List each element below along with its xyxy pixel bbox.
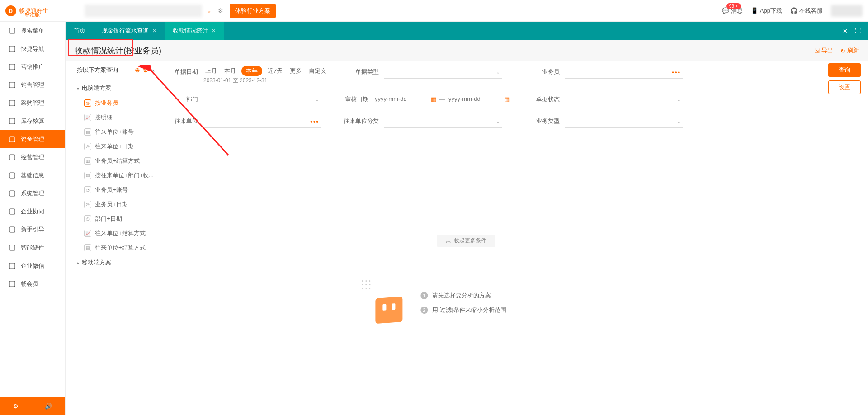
sidebar-item-4[interactable]: 采购管理 [0,94,65,112]
tab-0[interactable]: 首页 [66,22,94,40]
date-opt-5[interactable]: 自定义 [307,66,328,76]
refresh-label: 刷新 [847,47,859,55]
tree-item-8[interactable]: ◷部门+日期 [71,212,160,226]
search-button[interactable]: 查询 [828,63,861,77]
app-download-link[interactable]: 📱 App下载 [751,7,782,15]
vertical-separator [160,61,160,247]
sidebar-item-12[interactable]: 智能硬件 [0,239,65,257]
sidebar-item-3[interactable]: 销售管理 [0,76,65,94]
audit-date-to[interactable] [448,94,502,104]
audit-date-from[interactable] [374,94,428,104]
settings-scheme-icon[interactable]: ⚙ [143,66,149,74]
tree-item-5[interactable]: ▤按往来单位+部门+收... [71,168,160,183]
close-icon[interactable]: ✕ [152,28,156,34]
user-avatar-blurred[interactable] [831,5,863,17]
sidebar-item-0[interactable]: 搜索菜单 [0,22,65,40]
sidebar-label: 新手引导 [21,226,44,234]
tree-item-0[interactable]: ◷按业务员 [71,96,160,110]
add-scheme-icon[interactable]: ⊕ [135,66,140,74]
gear-icon[interactable]: ⚙ [218,7,223,14]
date-opt-4[interactable]: 更多 [288,66,303,76]
svg-rect-3 [9,82,15,88]
sidebar-item-2[interactable]: 营销推广 [0,58,65,76]
tree-item-3[interactable]: ◷往来单位+日期 [71,139,160,154]
tab-1[interactable]: 现金银行流水查询✕ [94,22,165,40]
sidebar-label: 智能硬件 [21,244,44,252]
dept-select[interactable]: ⌄ [203,94,321,106]
collapse-bar: ︽ 收起更多条件 [71,234,861,247]
tree-item-4[interactable]: ▥业务员+结算方式 [71,154,160,168]
home-icon [8,45,16,53]
sidebar-item-5[interactable]: 库存核算 [0,112,65,130]
collapse-panel-icon[interactable]: « [151,67,155,74]
chevron-down-icon: ⌄ [496,69,500,75]
sidebar-label: 畅会员 [21,280,38,288]
ellipsis-icon[interactable]: ••• [310,118,319,125]
sidebar-item-8[interactable]: 基础信息 [0,166,65,184]
collapse-conditions-button[interactable]: ︽ 收起更多条件 [437,235,495,247]
svg-rect-14 [9,281,15,287]
sidebar-item-9[interactable]: 系统管理 [0,184,65,203]
tree-item-1[interactable]: 📈按明细 [71,110,160,125]
sidebar-item-1[interactable]: 快捷导航 [0,40,65,58]
tab-2[interactable]: 收款情况统计✕ [165,22,224,40]
tab-label: 首页 [74,27,85,35]
calendar-icon[interactable]: ▦ [505,96,510,103]
experience-button[interactable]: 体验行业方案 [230,4,276,18]
salesman-select[interactable]: ••• [565,66,683,79]
sys-icon [8,189,16,198]
tree-item-label: 按业务员 [95,99,118,107]
date-opt-1[interactable]: 本月 [222,66,238,76]
sound-icon[interactable]: 🔊 [45,403,52,410]
partner-cat-select[interactable]: ⌄ [384,115,502,128]
date-sep: — [439,96,445,103]
tree-group-0[interactable]: ▾电脑端方案 [71,80,160,96]
customer-service-link[interactable]: 🎧 在线客服 [790,7,823,15]
sidebar-label: 系统管理 [21,189,44,198]
fullscreen-icon[interactable]: ⛶ [855,28,861,34]
bill-status-label: 单据状态 [524,94,560,104]
tree-item-7[interactable]: ◷业务员+日期 [71,197,160,212]
partner-select[interactable]: ••• [203,115,321,128]
bill-type-select[interactable]: ⌄ [384,66,502,79]
close-icon[interactable]: ✕ [212,28,216,34]
export-button[interactable]: ⇲ 导出 [815,47,833,55]
refresh-button[interactable]: ↻ 刷新 [840,47,859,55]
corp-icon [8,208,16,216]
org-selector-blurred[interactable] [85,5,202,17]
svg-rect-12 [9,245,15,250]
sidebar-item-11[interactable]: 新手引导 [0,221,65,239]
settings-button[interactable]: 设置 [828,80,861,94]
ellipsis-icon[interactable]: ••• [672,69,681,75]
dept-label: 部门 [162,94,198,104]
headset-icon: 🎧 [790,7,797,14]
date-opt-2[interactable]: 本年 [241,66,262,76]
bill-status-select[interactable]: ⌄ [565,94,683,106]
tree-item-6[interactable]: ◔业务员+账号 [71,183,160,197]
date-opt-0[interactable]: 上月 [203,66,219,76]
tree-item-label: 按往来单位+部门+收... [95,171,154,179]
gear-icon[interactable]: ⚙ [13,403,19,410]
bill-date-label: 单据日期 [162,66,198,76]
sidebar-label: 企业微信 [21,262,44,270]
date-opt-3[interactable]: 近7天 [266,66,284,76]
tree-item-label: 部门+日期 [95,215,122,223]
tree-group-1[interactable]: ▸移动端方案 [71,255,160,270]
calendar-icon[interactable]: ▦ [431,96,436,103]
chevron-down-icon[interactable]: ⌄ [207,7,212,14]
close-all-icon[interactable]: ✕ [843,28,848,34]
tree-item-2[interactable]: ▤往来单位+账号 [71,125,160,139]
top-header: b 畅捷通好生 标准版 ⌄ ⚙ 体验行业方案 💬 消息 99 + 📱 App下载… [0,0,868,22]
export-icon: ⇲ [815,47,820,54]
sidebar-item-7[interactable]: 经营管理 [0,148,65,166]
svg-rect-13 [9,263,15,269]
sidebar-item-13[interactable]: 企业微信 [0,257,65,275]
sidebar-bottom: ⚙🔊 [0,397,65,415]
sidebar-item-14[interactable]: 畅会员 [0,275,65,293]
messages-link[interactable]: 💬 消息 99 + [722,7,743,15]
biz-type-select[interactable]: ⌄ [565,115,683,128]
sidebar-item-10[interactable]: 企业协同 [0,203,65,221]
sidebar-item-6[interactable]: 资金管理 [0,130,65,148]
tree-item-label: 业务员+结算方式 [95,157,140,165]
app-label: App下载 [760,7,782,15]
